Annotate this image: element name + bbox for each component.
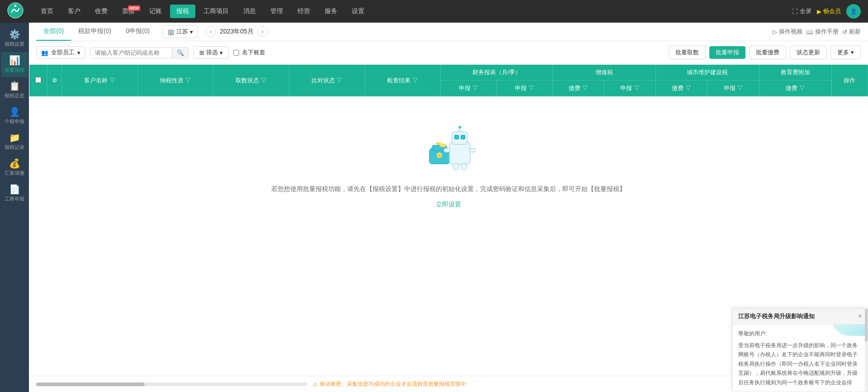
nav-accounting[interactable]: 记账 bbox=[143, 5, 168, 18]
sidebar-item-label: 报税记录 bbox=[5, 144, 24, 151]
nav-settings[interactable]: 设置 bbox=[345, 5, 371, 18]
search-button[interactable]: 🔍 bbox=[172, 48, 189, 58]
region-label: 江苏 bbox=[176, 28, 188, 36]
sidebar-item-tax-settings[interactable]: ⚙️ 报税设置 bbox=[1, 26, 28, 51]
status-update-button[interactable]: 状态更新 bbox=[790, 46, 827, 59]
setup-link[interactable]: 立即设置 bbox=[436, 201, 461, 209]
dropdown-icon: ▾ bbox=[77, 49, 80, 56]
filter-button[interactable]: ⊞ 筛选 ▾ bbox=[193, 46, 229, 59]
current-month: 2023年05月 bbox=[220, 28, 254, 36]
region-selector[interactable]: 🏢 江苏 ▾ bbox=[162, 25, 198, 38]
nav-service[interactable]: 服务 bbox=[318, 5, 344, 18]
nav-menu: 首页 客户 收费 票据 NEW 记账 报税 工商项目 消息 管理 经营 服务 设… bbox=[34, 5, 792, 18]
toolbar-right-actions: 批量取数 批量申报 批量缴费 状态更新 更多 ▾ bbox=[669, 46, 861, 59]
batch-fetch-button[interactable]: 批量取数 bbox=[669, 46, 706, 59]
select-all-checkbox[interactable] bbox=[35, 77, 41, 83]
sidebar-item-tax-summary[interactable]: 📋 报税总览 bbox=[1, 78, 28, 103]
svg-rect-16 bbox=[444, 148, 450, 152]
nav-invoice[interactable]: 票据 NEW bbox=[116, 5, 141, 18]
more-button[interactable]: 更多 ▾ bbox=[830, 46, 861, 59]
batch-pay-button[interactable]: 批量缴费 bbox=[749, 46, 786, 59]
nav-right-actions: ⛶ 全屏 ▶ 畅会员 👤 bbox=[792, 4, 861, 19]
tab-zero[interactable]: 0申报(0) bbox=[118, 23, 157, 41]
sidebar-item-annual-report[interactable]: 📄 工商年报 bbox=[1, 181, 28, 206]
fullscreen-button[interactable]: ⛶ 全屏 bbox=[792, 7, 811, 15]
header-actions: ▷ 操作视频 📖 操作手册 ↺ 刷新 bbox=[773, 28, 861, 36]
app-logo[interactable] bbox=[7, 2, 25, 20]
region-icon: 🏢 bbox=[167, 29, 175, 35]
col-compare-status: 比对状态 ▽ bbox=[289, 65, 365, 96]
col-vat-declare: 申报 ▽ bbox=[496, 81, 552, 96]
staff-selector[interactable]: 👥 全部员工 ▾ bbox=[36, 46, 85, 59]
bottom-warning: ⚠ 验证账密、采集信息均成功的企业才会流转至批量报税页面中 bbox=[313, 380, 466, 388]
personal-tax-icon: 👤 bbox=[9, 107, 20, 116]
sidebar-item-settlement[interactable]: 💰 汇算清缴 bbox=[1, 155, 28, 180]
filter-icon: ▽ bbox=[685, 85, 691, 91]
nav-message[interactable]: 消息 bbox=[237, 5, 262, 18]
notification-scroll-thumb bbox=[865, 309, 868, 342]
tab-all[interactable]: 全部(0) bbox=[36, 23, 71, 41]
nav-operation[interactable]: 经营 bbox=[291, 5, 316, 18]
col-tax-type: 纳税性质 ▽ bbox=[137, 65, 213, 96]
more-chevron-icon: ▾ bbox=[851, 49, 854, 56]
sidebar-item-personal-tax[interactable]: 👤 个税申报 bbox=[1, 104, 28, 129]
search-input[interactable] bbox=[90, 48, 172, 58]
nav-home[interactable]: 首页 bbox=[34, 5, 60, 18]
tab-section: 全部(0) 税款申报(0) 0申报(0) 🏢 江苏 ▾ ‹ 2023年05月 ›… bbox=[29, 23, 868, 41]
next-month-button[interactable]: › bbox=[257, 26, 268, 37]
checkbox-label[interactable]: 名下账套 bbox=[233, 48, 265, 57]
sidebar-item-tax-records[interactable]: 📁 报税记录 bbox=[1, 129, 28, 154]
svg-point-1 bbox=[14, 5, 17, 7]
notification-close-button[interactable]: × bbox=[858, 312, 862, 320]
robot-illustration bbox=[421, 124, 476, 178]
nav-customer[interactable]: 客户 bbox=[61, 5, 87, 18]
empty-description: 若您想使用批量报税功能，请先在【报税设置】中进行报税的初始化设置，完成密码验证和… bbox=[271, 185, 626, 193]
nav-manage[interactable]: 管理 bbox=[264, 5, 289, 18]
svg-rect-19 bbox=[461, 163, 467, 170]
prev-month-button[interactable]: ‹ bbox=[205, 26, 216, 37]
col-financial-declare: 申报 ▽ bbox=[441, 81, 497, 96]
svg-rect-8 bbox=[449, 142, 470, 164]
sidebar-item-label: 工商年报 bbox=[5, 196, 24, 202]
filter-icon: ▽ bbox=[109, 77, 115, 84]
sub-accounts-checkbox[interactable] bbox=[233, 50, 239, 56]
chevron-down-icon: ▾ bbox=[190, 29, 193, 35]
member-icon: ▶ bbox=[817, 8, 821, 15]
col-customer-name: 客户名称 ▽ bbox=[62, 65, 138, 96]
svg-point-12 bbox=[455, 136, 458, 139]
user-avatar[interactable]: 👤 bbox=[846, 4, 861, 19]
fullscreen-icon: ⛶ bbox=[792, 8, 798, 15]
col-check-result: 检查结果 ▽ bbox=[365, 65, 441, 96]
notification-title: 江苏电子税务局升级影响通知 bbox=[738, 312, 815, 320]
tab-declaration[interactable]: 税款申报(0) bbox=[71, 23, 118, 41]
nav-billing[interactable]: 收费 bbox=[89, 5, 114, 18]
nav-business[interactable]: 工商项目 bbox=[197, 5, 235, 18]
sidebar-item-label: 批量报税 bbox=[5, 67, 24, 73]
video-link[interactable]: ▷ 操作视频 bbox=[773, 28, 802, 36]
filter-icon: ▽ bbox=[412, 77, 418, 84]
batch-declare-button[interactable]: 批量申报 bbox=[709, 46, 745, 59]
manual-link[interactable]: 📖 操作手册 bbox=[806, 28, 839, 36]
refresh-link[interactable]: ↺ 刷新 bbox=[842, 28, 861, 36]
col-vat-pay: 缴费 ▽ bbox=[552, 81, 604, 96]
nav-tax[interactable]: 报税 bbox=[170, 5, 195, 18]
tax-summary-icon: 📋 bbox=[9, 81, 20, 91]
filter-icon: ▽ bbox=[799, 85, 805, 91]
sidebar-item-label: 个税申报 bbox=[5, 118, 24, 125]
notification-scrollbar[interactable] bbox=[865, 309, 868, 392]
sidebar-item-batch-tax[interactable]: 📊 批量报税 bbox=[1, 52, 28, 77]
sidebar-item-label: 报税设置 bbox=[5, 41, 24, 48]
staff-icon: 👥 bbox=[41, 49, 48, 56]
notification-body: 尊敬的用户: 受当前电子税务局进一步升级的影响，同一个政务网账号（办税人）名下的… bbox=[733, 325, 868, 392]
warning-icon: ⚠ bbox=[313, 381, 318, 387]
svg-rect-18 bbox=[453, 163, 458, 170]
col-edu-declare: 申报 ▽ bbox=[708, 81, 759, 96]
search-wrapper: 🔍 bbox=[90, 47, 189, 58]
sidebar-item-label: 汇算清缴 bbox=[5, 170, 24, 177]
tax-records-icon: 📁 bbox=[9, 133, 20, 142]
toolbar: 👥 全部员工 ▾ 🔍 ⊞ 筛选 ▾ 名下账套 批量取数 批量申报 批量缴费 bbox=[29, 41, 868, 64]
member-button[interactable]: ▶ 畅会员 bbox=[817, 7, 841, 15]
filter-icon: ▽ bbox=[634, 85, 640, 91]
sidebar: ⚙️ 报税设置 📊 批量报税 📋 报税总览 👤 个税申报 📁 报税记录 💰 汇算… bbox=[0, 23, 29, 392]
refresh-icon: ↺ bbox=[842, 29, 847, 35]
